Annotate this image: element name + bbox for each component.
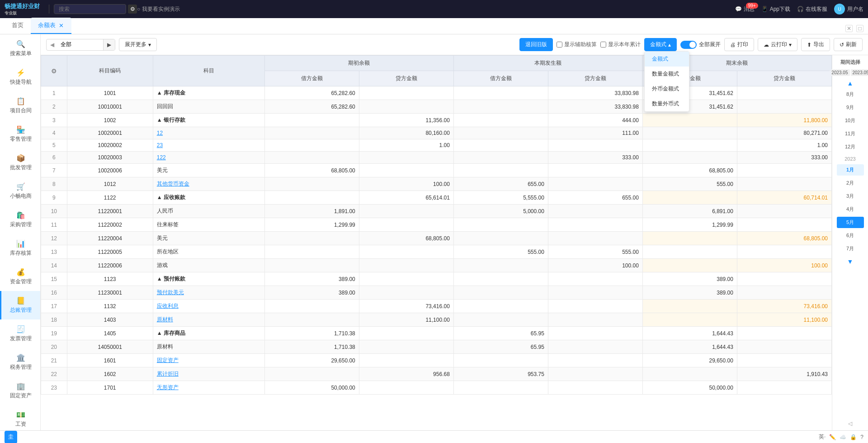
cell-name[interactable]: 累计折旧 <box>153 367 264 381</box>
view-mode-btn[interactable]: 金额式 ▴ <box>644 38 677 51</box>
show-ytd-checkbox[interactable] <box>600 42 606 48</box>
cell-name[interactable]: 无形资产 <box>153 381 264 395</box>
cell-name[interactable]: 其他货币资金 <box>153 177 264 191</box>
view-mode-dropdown[interactable]: 金额式 ▴ 金额式 数量金额式 外币金额式 数量外币式 <box>644 38 677 51</box>
cell-code: 10020006 <box>67 164 153 177</box>
cell-cd-debit <box>453 86 548 100</box>
sidebar-item-ecommerce[interactable]: 🛒 小畅电商 <box>0 177 40 205</box>
app-logo: 畅捷通好业财 专业版 <box>5 2 40 16</box>
settings-icon[interactable]: ⚙ <box>128 5 137 14</box>
sidebar-item-project[interactable]: 📋 项目合同 <box>0 91 40 120</box>
sidebar: 🔍 搜索菜单 ⚡ 快捷导航 📋 项目合同 🏪 零售管理 📦 批发管理 🛒 小畅电… <box>0 34 41 430</box>
refresh-btn[interactable]: ↺ 刷新 <box>834 38 863 51</box>
month-12[interactable]: 12月 <box>837 141 864 152</box>
cell-cd-debit <box>453 313 548 327</box>
view-mode-qty-amount[interactable]: 数量金额式 <box>645 67 689 81</box>
maximize-btn[interactable]: □ <box>856 25 863 32</box>
sidebar-item-inventory[interactable]: 📊 库存核算 <box>0 234 40 262</box>
search-next-btn[interactable]: ▶ <box>103 39 115 50</box>
month-2[interactable]: 2月 <box>837 177 864 189</box>
top-search-input[interactable] <box>54 4 126 14</box>
toolbar: ◀ ▶ 展开更多 ▾ 退回旧版 显示辅助核算 显示本年累计 <box>41 34 868 55</box>
month-9[interactable]: 9月 <box>837 102 864 113</box>
cloud-print-btn[interactable]: ☁ 云打印 ▾ <box>758 38 797 51</box>
table-row: 21 1601 固定资产 29,650.00 29,650.00 <box>41 354 832 367</box>
cell-name[interactable]: 122 <box>153 152 264 164</box>
panel-collapse-btn[interactable]: ◁ <box>848 420 852 427</box>
month-8[interactable]: 8月 <box>837 89 864 100</box>
cell-name[interactable]: 12 <box>153 127 264 139</box>
sidebar-item-purchase[interactable]: 🛍️ 采购管理 <box>0 205 40 234</box>
table-row: 1 1001 ▲ 库存现金 65,282.60 33,830.98 31,451… <box>41 86 832 100</box>
month-10[interactable]: 10月 <box>837 115 864 126</box>
sidebar-item-invoice[interactable]: 🧾 发票管理 <box>0 319 40 348</box>
month-7[interactable]: 7月 <box>837 243 864 254</box>
wholesale-icon: 📦 <box>4 154 38 162</box>
search-back-btn[interactable]: ◀ <box>47 39 58 50</box>
expand-more-btn[interactable]: 展开更多 ▾ <box>119 38 157 51</box>
cell-ob-credit <box>359 152 453 164</box>
search-input[interactable] <box>58 40 103 50</box>
month-5[interactable]: 5月 <box>837 217 864 228</box>
view-mode-amount[interactable]: 金额式 <box>645 52 689 67</box>
demo-link[interactable]: ○ 我要看实例演示 <box>137 5 180 13</box>
cell-ob-credit: 956.68 <box>359 367 453 381</box>
refresh-icon: ↺ <box>840 42 844 48</box>
tab-balance[interactable]: 余额表 ✕ <box>31 18 71 34</box>
export-btn[interactable]: ⬆ 导出 <box>801 38 830 51</box>
table-row: 19 1405 ▲ 库存商品 1,710.38 65.95 1,644.43 <box>41 327 832 340</box>
sidebar-item-retail[interactable]: 🏪 零售管理 <box>0 120 40 148</box>
month-11[interactable]: 11月 <box>837 128 864 139</box>
project-icon: 📋 <box>4 97 38 105</box>
month-4[interactable]: 4月 <box>837 204 864 215</box>
view-mode-qty-foreign[interactable]: 数量外币式 <box>645 96 689 111</box>
period-down-btn[interactable]: ▼ <box>847 258 854 265</box>
expand-all-switch[interactable] <box>680 41 697 49</box>
period-start[interactable]: 2023.05 <box>830 69 849 76</box>
cell-name[interactable]: 固定资产 <box>153 354 264 367</box>
cell-name[interactable]: 原材料 <box>153 313 264 327</box>
message-btn[interactable]: 💬 消息 99+ <box>735 5 755 13</box>
app-download-btn[interactable]: 📱 App下载 <box>761 5 790 13</box>
print-btn[interactable]: 🖨 打印 <box>724 38 754 51</box>
month-6[interactable]: 6月 <box>837 230 864 241</box>
user-area[interactable]: U 用户名 <box>834 4 863 14</box>
bottom-lang-btn[interactable]: 英· <box>819 433 826 441</box>
sidebar-item-wholesale[interactable]: 📦 批发管理 <box>0 148 40 177</box>
tab-home[interactable]: 首页 <box>5 18 31 34</box>
cell-ob-credit: 1.00 <box>359 139 453 152</box>
year-2023-label: 2023 <box>844 156 855 162</box>
show-aux-checkbox[interactable] <box>557 42 562 48</box>
online-service-btn[interactable]: 🎧 在线客服 <box>797 5 827 13</box>
bottom-home-btn[interactable]: 圭 <box>5 431 17 443</box>
bottom-help-icon[interactable]: ? <box>860 434 863 440</box>
period-end[interactable]: 2023.05 <box>851 69 868 76</box>
cell-name[interactable]: 预付款美元 <box>153 286 264 300</box>
back-old-version-btn[interactable]: 退回旧版 <box>519 38 553 51</box>
col-name-header: 科目 <box>153 56 264 86</box>
sidebar-item-tax[interactable]: 🏛️ 税务管理 <box>0 348 40 376</box>
month-3[interactable]: 3月 <box>837 191 864 202</box>
cell-name[interactable]: 应收利息 <box>153 300 264 313</box>
cell-cd-debit <box>453 232 548 245</box>
col-opening-header: 期初余额 <box>264 56 453 71</box>
cell-name[interactable]: 23 <box>153 139 264 152</box>
cell-cd-debit: 655.00 <box>453 177 548 191</box>
cell-cd-debit <box>453 218 548 232</box>
cell-ob-debit <box>264 367 359 381</box>
tab-close-btn[interactable]: ✕ <box>58 22 64 29</box>
restore-btn[interactable]: ✕ <box>845 25 853 32</box>
sidebar-item-search[interactable]: 🔍 搜索菜单 <box>0 34 40 63</box>
cell-rowno: 6 <box>41 152 67 164</box>
cell-cb-credit <box>737 327 831 340</box>
period-up-btn[interactable]: ▲ <box>847 80 854 87</box>
col-settings-icon[interactable]: ⚙ <box>51 67 57 75</box>
sidebar-item-salary[interactable]: 💵 工资 <box>0 405 40 430</box>
sidebar-item-assets[interactable]: 🏢 固定资产 <box>0 376 40 405</box>
month-1[interactable]: 1月 <box>837 164 864 176</box>
sidebar-item-capital[interactable]: 💰 资金管理 <box>0 262 40 291</box>
sidebar-item-general[interactable]: 📒 总账管理 <box>0 291 40 319</box>
sidebar-item-nav[interactable]: ⚡ 快捷导航 <box>0 63 40 91</box>
view-mode-foreign-amount[interactable]: 外币金额式 <box>645 81 689 96</box>
cell-cb-credit <box>737 177 831 191</box>
